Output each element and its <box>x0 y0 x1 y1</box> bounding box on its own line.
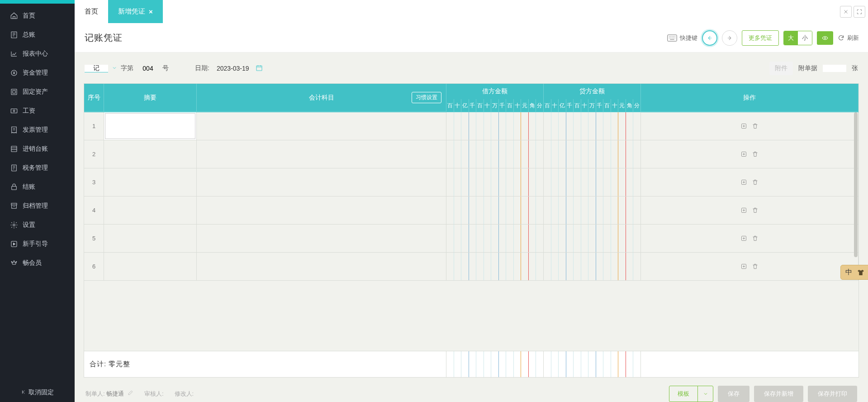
voucher-number-input[interactable] <box>137 65 159 72</box>
sidebar-item-close-period[interactable]: 结账 <box>0 177 75 196</box>
amount-cell[interactable] <box>491 225 499 252</box>
amount-cell[interactable] <box>461 196 469 224</box>
debit-cell[interactable] <box>446 168 544 196</box>
amount-cell[interactable] <box>446 168 454 196</box>
amount-cell[interactable] <box>446 253 454 280</box>
amount-cell[interactable] <box>499 168 507 196</box>
credit-cell[interactable] <box>544 140 641 168</box>
amount-cell[interactable] <box>551 351 559 377</box>
amount-cell[interactable] <box>588 112 596 140</box>
amount-cell[interactable] <box>588 225 596 252</box>
voucher-table-body[interactable]: 123456 <box>84 112 859 351</box>
template-button-dropdown[interactable] <box>697 386 713 402</box>
tab-close-icon[interactable]: × <box>149 8 153 15</box>
amount-cell[interactable] <box>574 225 581 252</box>
add-row-icon[interactable] <box>740 235 747 242</box>
amount-cell[interactable] <box>529 351 536 377</box>
account-cell[interactable] <box>197 140 446 168</box>
amount-cell[interactable] <box>454 225 462 252</box>
amount-cell[interactable] <box>551 168 559 196</box>
amount-cell[interactable] <box>529 168 536 196</box>
amount-cell[interactable] <box>566 351 574 377</box>
amount-cell[interactable] <box>491 253 499 280</box>
amount-cell[interactable] <box>514 253 522 280</box>
amount-cell[interactable] <box>469 253 477 280</box>
amount-cell[interactable] <box>446 140 454 168</box>
amount-cell[interactable] <box>581 196 589 224</box>
amount-cell[interactable] <box>461 225 469 252</box>
amount-cell[interactable] <box>476 168 484 196</box>
amount-cell[interactable] <box>559 112 566 140</box>
amount-cell[interactable] <box>611 140 619 168</box>
amount-cell[interactable] <box>521 225 529 252</box>
amount-cell[interactable] <box>551 140 559 168</box>
amount-cell[interactable] <box>544 112 551 140</box>
amount-cell[interactable] <box>618 140 626 168</box>
debit-cell[interactable] <box>446 253 544 281</box>
amount-cell[interactable] <box>469 351 477 377</box>
amount-cell[interactable] <box>603 140 611 168</box>
amount-cell[interactable] <box>476 225 484 252</box>
amount-cell[interactable] <box>544 253 551 280</box>
amount-cell[interactable] <box>461 351 469 377</box>
amount-cell[interactable] <box>506 140 514 168</box>
amount-cell[interactable] <box>603 168 611 196</box>
debit-cell[interactable] <box>446 196 544 225</box>
amount-cell[interactable] <box>566 225 574 252</box>
amount-cell[interactable] <box>469 196 477 224</box>
amount-cell[interactable] <box>551 196 559 224</box>
amount-cell[interactable] <box>618 196 626 224</box>
sidebar-item-stock[interactable]: 进销台账 <box>0 139 75 158</box>
amount-cell[interactable] <box>476 112 484 140</box>
credit-cell[interactable] <box>544 112 641 140</box>
amount-cell[interactable] <box>611 112 619 140</box>
amount-cell[interactable] <box>618 351 626 377</box>
sidebar-item-invoice[interactable]: 发票管理 <box>0 120 75 139</box>
date-value[interactable]: 2023-03-19 <box>217 65 249 72</box>
amount-cell[interactable] <box>566 140 574 168</box>
amount-cell[interactable] <box>506 112 514 140</box>
amount-cell[interactable] <box>626 140 634 168</box>
amount-cell[interactable] <box>514 140 522 168</box>
amount-cell[interactable] <box>484 225 492 252</box>
amount-cell[interactable] <box>536 196 543 224</box>
size-small[interactable]: 小 <box>798 31 812 45</box>
amount-cell[interactable] <box>603 351 611 377</box>
amount-cell[interactable] <box>476 140 484 168</box>
summary-input[interactable] <box>105 113 195 139</box>
amount-cell[interactable] <box>446 112 454 140</box>
credit-cell[interactable] <box>544 253 641 281</box>
summary-cell[interactable] <box>104 196 197 225</box>
amount-cell[interactable] <box>603 196 611 224</box>
amount-cell[interactable] <box>596 112 604 140</box>
template-button[interactable]: 模板 <box>669 386 713 402</box>
amount-cell[interactable] <box>574 196 581 224</box>
amount-cell[interactable] <box>626 351 634 377</box>
voucher-type-input[interactable] <box>85 65 108 72</box>
more-voucher-button[interactable]: 更多凭证 <box>742 30 779 46</box>
amount-cell[interactable] <box>626 112 634 140</box>
sidebar-item-fund[interactable]: 资金管理 <box>0 63 75 82</box>
credit-cell[interactable] <box>544 225 641 253</box>
amount-cell[interactable] <box>559 253 566 280</box>
shortcut-button[interactable]: 快捷键 <box>667 34 697 42</box>
amount-cell[interactable] <box>521 112 529 140</box>
amount-cell[interactable] <box>529 196 536 224</box>
amount-cell[interactable] <box>633 140 640 168</box>
amount-cell[interactable] <box>461 253 469 280</box>
amount-cell[interactable] <box>476 351 484 377</box>
sidebar-item-reports[interactable]: 报表中心 <box>0 44 75 63</box>
amount-cell[interactable] <box>559 168 566 196</box>
amount-cell[interactable] <box>454 351 462 377</box>
amount-cell[interactable] <box>536 351 543 377</box>
amount-cell[interactable] <box>484 253 492 280</box>
amount-cell[interactable] <box>596 168 604 196</box>
amount-cell[interactable] <box>521 351 529 377</box>
amount-cell[interactable] <box>574 168 581 196</box>
account-cell[interactable] <box>197 168 446 196</box>
amount-cell[interactable] <box>633 196 640 224</box>
amount-cell[interactable] <box>491 112 499 140</box>
amount-cell[interactable] <box>588 196 596 224</box>
amount-cell[interactable] <box>544 351 551 377</box>
amount-cell[interactable] <box>499 253 507 280</box>
